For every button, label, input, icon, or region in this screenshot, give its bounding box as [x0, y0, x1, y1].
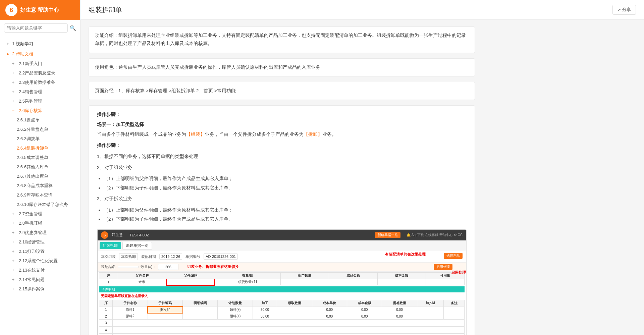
sim-annotation1: 有装配清单的在这里处理 — [385, 252, 426, 257]
ltd-empty4 — [113, 327, 465, 334]
sidebar-item-213[interactable]: + 2.13在线支付 — [0, 266, 80, 275]
th-product-amt: 成品金额 — [329, 272, 377, 279]
sim-lower-table-wrapper: 序 子件名称 子件编码 明细编码 计划数量 加工 领取数量 成本单价 成本金额 — [99, 300, 465, 335]
td-code — [166, 279, 215, 285]
lth-cost-price: 成本单价 — [312, 300, 347, 306]
sim-order-value[interactable]: AD-20191226-001 — [204, 254, 238, 260]
search-icon[interactable]: 🔍 — [70, 25, 76, 31]
sidebar-item-265[interactable]: 2.6.5成本调整单 — [17, 153, 80, 162]
sidebar-item-25[interactable]: + 2.5采购管理 — [0, 97, 80, 106]
main-content: 组装拆卸单 ↗ 分享 功能介绍：组装拆卸单用来处理企业组装或拆卸等加工业务，支持… — [80, 0, 644, 335]
sim-doctype-select[interactable]: 本次拆卸 — [119, 253, 138, 260]
sidebar-item-261[interactable]: 2.6.1盘点单 — [17, 115, 80, 125]
sidebar-item-268[interactable]: 2.6.8商品成本重算 — [17, 181, 80, 190]
info-block-1: 功能介绍：组装拆卸单用来处理企业组装或拆卸等加工业务，支持有固定装配清单的产品加… — [89, 26, 475, 53]
sidebar-item-269[interactable]: 2.6.9库存账本查询 — [17, 190, 80, 200]
lth-process: 加工 — [253, 300, 277, 306]
lower-table-row: 3 — [99, 320, 465, 327]
sidebar-item-1[interactable]: + 1.视频学习 — [0, 39, 80, 49]
sim-doc-header: 本次组装 本次拆卸 装配日期 2019-12-26 单据编号 AD-201912… — [98, 251, 466, 263]
sidebar-item-22[interactable]: + 2.2产品安装及登录 — [0, 68, 80, 78]
sim-product-field[interactable] — [118, 266, 139, 268]
sidebar: 6 好生意 帮助中心 🔍 + 1.视频学习 ● 2.帮助文档 + 2.1新手入门… — [0, 0, 80, 335]
share-button[interactable]: ↗ 分享 — [612, 5, 636, 15]
lth-detail-code: 明细编码 — [183, 300, 218, 306]
ltd-seq3: 3 — [99, 320, 113, 327]
steps-section: 操作步骤： 场景一：加工类型选择 当由多个子件材料组装成一个成品的业务为【组装】… — [89, 105, 475, 335]
ltd-seq5: 5 — [99, 334, 113, 335]
sim-process-btn[interactable]: 启用处理 — [434, 264, 452, 270]
td-seq: 1 — [99, 279, 118, 285]
step3-title: 3、对于拆装业务 — [97, 195, 467, 203]
ltd-name1: 原料1 — [113, 306, 148, 313]
sidebar-item-2[interactable]: ● 2.帮助文档 — [0, 49, 80, 59]
sim-annotation4: 无固定清单可以直接在这里录入 — [101, 294, 148, 298]
sidebar-item-215[interactable]: + 2.15操作案例 — [0, 284, 80, 294]
lth-adjust: 加扣M — [417, 300, 444, 306]
sim-tab-inactive[interactable]: 新建单据一览 — [122, 242, 152, 249]
table-header-row: 序 父件名称 父件编码 数量/组 生产数量 成品金额 成本金额 可用量 — [99, 272, 465, 279]
sidebar-item-23[interactable]: + 2.3使用前数据准备 — [0, 78, 80, 87]
lower-table-row: 4 — [99, 327, 465, 334]
ltd-code1: 批次54 — [148, 306, 182, 313]
sim-app-name: 好生意 — [112, 232, 123, 237]
app-logo: 6 — [5, 4, 17, 16]
sim-qty-value[interactable]: 266 — [158, 264, 178, 270]
sidebar-item-212[interactable]: + 2.12系统个性化设置 — [0, 256, 80, 266]
sidebar-item-210[interactable]: + 2.10经营管理 — [0, 237, 80, 247]
ltd-proc2: 30.00 — [253, 313, 277, 320]
sidebar-item-28[interactable]: + 2.8手机旺铺 — [0, 219, 80, 228]
lth-cost-amt: 成本金额 — [347, 300, 382, 306]
td-costamt — [377, 279, 426, 285]
ltd-detail1 — [183, 306, 218, 313]
disassembly-term: 【拆卸】 — [304, 132, 322, 137]
ltd-cprice1: 0.00 — [312, 306, 347, 313]
sidebar-item-29[interactable]: + 2.9优惠券管理 — [0, 228, 80, 237]
sidebar-header: 6 好生意 帮助中心 — [0, 0, 80, 20]
step2-item2: （2）下部明细为子件明细，最终作为原材料生成其它出库单。 — [104, 184, 467, 192]
sidebar-item-26[interactable]: − 2.6库存核算 — [0, 106, 80, 115]
sidebar-item-27[interactable]: + 2.7资金管理 — [0, 209, 80, 219]
lower-table-header: 序 子件名称 子件编码 明细编码 计划数量 加工 领取数量 成本单价 成本金额 — [99, 300, 465, 306]
sim-new-btn[interactable]: 新建单据一览 — [375, 232, 400, 238]
th-prod-qty: 生产数量 — [280, 272, 329, 279]
ltd-empty3 — [113, 320, 465, 327]
search-input[interactable] — [4, 23, 68, 33]
sidebar-item-267[interactable]: 2.6.7其他出库单 — [17, 172, 80, 181]
info-block-3: 页面路径：1、库存核算->库存管理->组装拆卸单 2、首页->常用功能 — [89, 82, 475, 100]
th-seq: 序 — [99, 272, 118, 279]
step3-item2: （2）下部明细为子件明细，最终作为产成品生成其它入库单。 — [104, 215, 467, 224]
sidebar-item-2610[interactable]: 2.6.10库存账本错了怎么办 — [17, 200, 80, 209]
ltd-seq1: 1 — [99, 306, 113, 313]
sim-app-header: 6 好生意 TEST-H002 新建单据一览 🔔 App下载 在线客服 帮助中心… — [98, 230, 466, 240]
sidebar-item-211[interactable]: + 2.11打印设置 — [0, 247, 80, 256]
td-prodamt — [329, 279, 377, 285]
ltd-plan1: 领料(+) — [218, 306, 253, 313]
sim-tab-active[interactable]: 组装拆卸 — [100, 242, 121, 249]
th-parent-code: 父件编码 — [166, 272, 215, 279]
lower-table-row: 2 原料2 领料(+) 30.00 0.00 0.00 0.00 — [99, 313, 465, 320]
td-prodqty — [280, 279, 329, 285]
sim-annotation4-wrapper: 无固定清单可以直接在这里录入 — [98, 293, 466, 299]
main-header: 组装拆卸单 ↗ 分享 — [80, 0, 644, 20]
sim-date-value[interactable]: 2019-12-26 — [159, 254, 182, 260]
sidebar-item-214[interactable]: + 2.14常见问题 — [0, 275, 80, 284]
sim-select-product-btn[interactable]: 选择产品 — [444, 253, 463, 259]
share-icon: ↗ — [618, 7, 621, 12]
lth-name: 子件名称 — [113, 300, 148, 306]
sidebar-item-21[interactable]: + 2.1新手入门 — [0, 59, 80, 68]
step2-list: （1）上部明细为父件明细，最终作为产成品生成其它入库单； （2）下部明细为子件明… — [104, 174, 467, 192]
sim-doctype-label: 本次组装 — [101, 254, 116, 259]
sidebar-item-24[interactable]: + 2.4销售管理 — [0, 87, 80, 97]
step1: 1、根据不同的业务，选择不同单据的类型来处理 — [97, 153, 467, 161]
screenshot-inner: 6 好生意 TEST-H002 新建单据一览 🔔 App下载 在线客服 帮助中心… — [97, 229, 466, 335]
sim-icons: 🔔 App下载 在线客服 帮助中心 ⚙ CC — [407, 233, 463, 237]
sidebar-item-262[interactable]: 2.6.2分量盘点单 — [17, 125, 80, 134]
sidebar-item-264[interactable]: 2.6.4组装拆卸单 — [17, 144, 80, 153]
collapse-icon: ● — [5, 52, 10, 56]
sim-annotation2: 组装业务、拆卸业务在这里切换 — [187, 264, 239, 269]
nav-tree: + 1.视频学习 ● 2.帮助文档 + 2.1新手入门 + 2.2产品安装及登录… — [0, 36, 80, 335]
sidebar-item-263[interactable]: 2.6.3调拨单 — [17, 134, 80, 144]
sidebar-item-266[interactable]: 2.6.6其他入库单 — [17, 162, 80, 172]
lth-plan-qty: 计划数量 — [218, 300, 253, 306]
